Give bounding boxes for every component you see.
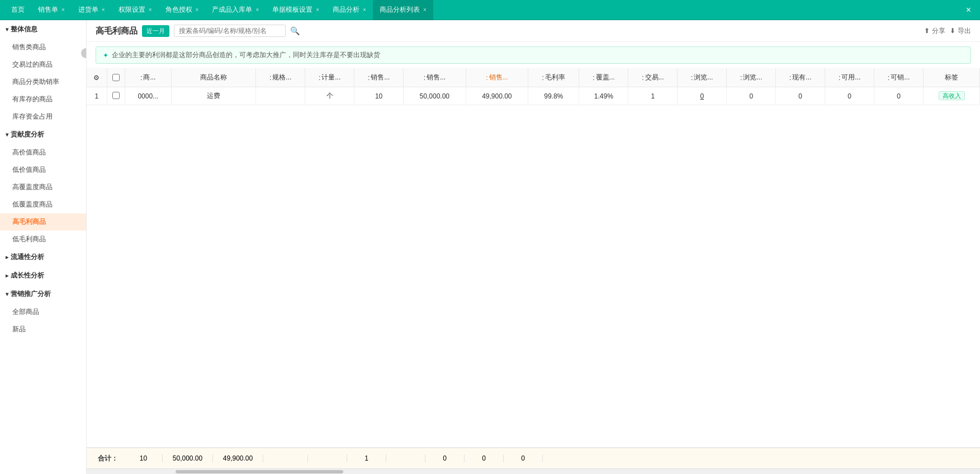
- sidebar-group-flow[interactable]: ▸ 流通性分析: [0, 248, 86, 266]
- sidebar-item-new-goods[interactable]: 新品: [0, 321, 86, 338]
- tab-sales-label: 销售单: [38, 5, 58, 15]
- tab-product-analysis-list[interactable]: 商品分析列表 ×: [373, 0, 433, 20]
- info-banner: ✦ 企业的主要的利润都是这部分商品创造的，可考虑加大推广，同时关注库存是不要出现…: [96, 46, 971, 64]
- tab-purchase[interactable]: 进货单 ×: [72, 0, 112, 20]
- sidebar-item-traded-goods[interactable]: 交易过的商品: [0, 56, 86, 73]
- col-sales-amount: : 销售...: [404, 68, 466, 87]
- search-input[interactable]: [174, 25, 286, 37]
- sidebar-group-contribution[interactable]: ▾ 贡献度分析: [0, 125, 86, 144]
- tab-sales[interactable]: 销售单 ×: [31, 0, 72, 20]
- footer-totals: 合计： 10 50,000.00 49,900.00 1 0: [87, 447, 980, 468]
- sidebar-item-low-coverage[interactable]: 低覆盖度商品: [0, 196, 86, 213]
- col-unit: : 计量...: [305, 68, 354, 87]
- scrollbar-thumb[interactable]: [176, 470, 343, 473]
- tab-template-close[interactable]: ×: [316, 7, 319, 13]
- totals-label: 合计：: [87, 454, 125, 463]
- cell-browse1[interactable]: 0: [678, 87, 727, 105]
- cell-gross-rate: 99.8%: [528, 87, 579, 105]
- col-gross-rate: : 毛利率: [528, 68, 579, 87]
- tab-sales-close[interactable]: ×: [61, 7, 65, 13]
- sidebar-group-growth[interactable]: ▸ 成长性分析: [0, 266, 86, 285]
- cell-current: 0: [776, 87, 825, 105]
- col-sales-count: : 销售...: [354, 68, 404, 87]
- tab-product-analysis-label: 商品分析: [333, 5, 359, 15]
- tab-product-analysis-list-label: 商品分析列表: [380, 5, 420, 15]
- tab-permissions-close[interactable]: ×: [149, 7, 152, 13]
- cell-tag: 高收入: [924, 87, 980, 105]
- content-header: 高毛利商品 近一月 🔍 ⬆ 分享 ⬇ 导出: [87, 20, 980, 42]
- export-button[interactable]: ⬇ 导出: [950, 26, 971, 36]
- tab-purchase-close[interactable]: ×: [102, 7, 105, 13]
- row-checkbox[interactable]: [112, 92, 120, 99]
- share-icon: ⬆: [924, 27, 930, 35]
- sidebar-item-in-stock[interactable]: 有库存的商品: [0, 91, 86, 108]
- cell-trade: 1: [628, 87, 678, 105]
- tab-product-warehouse-label: 产成品入库单: [212, 5, 252, 15]
- tab-template-label: 单据模板设置: [272, 5, 313, 15]
- total-browse2: 0: [425, 454, 465, 462]
- tab-template[interactable]: 单据模板设置 ×: [266, 0, 326, 20]
- cell-name: 运费: [172, 87, 256, 105]
- filter-recent-month-button[interactable]: 近一月: [142, 25, 169, 37]
- cell-sales-profit: 49,900.00: [466, 87, 528, 105]
- data-table-container[interactable]: ⚙ : 商... 商品名称 : 规格...: [87, 68, 980, 447]
- tab-product-warehouse-close[interactable]: ×: [255, 7, 259, 13]
- tab-permissions[interactable]: 权限设置 ×: [112, 0, 159, 20]
- col-sales-profit: : 销售...: [466, 68, 528, 87]
- col-trade: : 交易...: [628, 68, 678, 87]
- total-current: 0: [465, 454, 504, 462]
- col-available: : 可用...: [825, 68, 874, 87]
- col-settings[interactable]: ⚙: [87, 68, 107, 87]
- info-banner-text: 企业的主要的利润都是这部分商品创造的，可考虑加大推广，同时关注库存是不要出现缺货: [112, 50, 380, 60]
- sidebar-item-sales-goods[interactable]: 销售类商品: [0, 39, 86, 56]
- horizontal-scrollbar[interactable]: [87, 468, 980, 474]
- sidebar-item-high-coverage[interactable]: 高覆盖度商品: [0, 179, 86, 196]
- search-button[interactable]: 🔍: [290, 26, 300, 35]
- cell-checkbox[interactable]: [107, 87, 125, 105]
- total-sales-count: 10: [125, 454, 163, 462]
- sidebar-item-high-value[interactable]: 高价值商品: [0, 144, 86, 161]
- tab-roles-close[interactable]: ×: [196, 7, 199, 13]
- col-code: : 商...: [125, 68, 172, 87]
- sidebar: 《 ▾ 整体信息 销售类商品 交易过的商品 商品分类助销率 有库存的商品 库存资…: [0, 20, 87, 474]
- select-all-checkbox[interactable]: [112, 74, 120, 81]
- col-checkbox[interactable]: [107, 68, 125, 87]
- tab-home[interactable]: 首页: [4, 0, 31, 20]
- tab-product-analysis[interactable]: 商品分析 ×: [326, 0, 373, 20]
- col-browse2: : 浏览...: [727, 68, 776, 87]
- sidebar-item-low-margin[interactable]: 低毛利商品: [0, 231, 86, 248]
- cell-code: 0000...: [125, 87, 172, 105]
- table-header-row: ⚙ : 商... 商品名称 : 规格...: [87, 68, 980, 87]
- share-button[interactable]: ⬆ 分享: [924, 26, 945, 36]
- tab-product-analysis-close[interactable]: ×: [363, 7, 366, 13]
- cell-salable: 0: [874, 87, 924, 105]
- total-spacer1: [263, 454, 308, 462]
- content-area: 高毛利商品 近一月 🔍 ⬆ 分享 ⬇ 导出 ✦ 企业的主要的利润都是这部分商品创…: [87, 20, 980, 474]
- sidebar-item-category-rate[interactable]: 商品分类助销率: [0, 73, 86, 91]
- sidebar-item-low-value[interactable]: 低价值商品: [0, 161, 86, 179]
- total-available: 0: [504, 454, 543, 462]
- col-coverage: : 覆盖...: [579, 68, 628, 87]
- cell-coverage: 1.49%: [579, 87, 628, 105]
- total-spacer2: [308, 454, 347, 462]
- sidebar-group-marketing[interactable]: ▾ 营销推广分析: [0, 285, 86, 303]
- tab-product-analysis-list-close[interactable]: ×: [423, 7, 427, 13]
- content-title: 高毛利商品: [96, 26, 138, 36]
- sidebar-group-overall[interactable]: ▾ 整体信息: [0, 20, 86, 39]
- sidebar-group-contribution-label: 贡献度分析: [11, 130, 44, 139]
- tab-product-warehouse[interactable]: 产成品入库单 ×: [205, 0, 266, 20]
- close-all-tabs[interactable]: ×: [962, 5, 976, 15]
- sidebar-group-marketing-label: 营销推广分析: [11, 289, 51, 299]
- tab-permissions-label: 权限设置: [119, 5, 145, 15]
- col-name: 商品名称: [172, 68, 256, 87]
- sidebar-item-stock-capital[interactable]: 库存资金占用: [0, 108, 86, 125]
- tag-badge: 高收入: [939, 91, 965, 100]
- export-label: 导出: [958, 26, 971, 36]
- tab-roles[interactable]: 角色授权 ×: [159, 0, 206, 20]
- sidebar-item-high-margin[interactable]: 高毛利商品: [0, 213, 86, 231]
- sidebar-group-overall-label: 整体信息: [11, 25, 37, 34]
- sidebar-group-flow-label: 流通性分析: [11, 252, 44, 262]
- arrow-right-icon-2: ▸: [6, 273, 8, 279]
- sidebar-item-all-goods[interactable]: 全部商品: [0, 303, 86, 321]
- info-icon: ✦: [103, 51, 108, 59]
